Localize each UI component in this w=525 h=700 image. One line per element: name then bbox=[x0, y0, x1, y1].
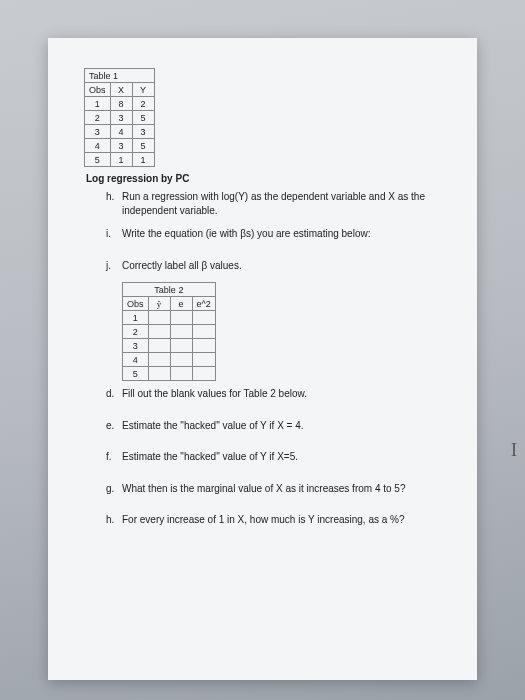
item-text: For every increase of 1 in X, how much i… bbox=[122, 513, 441, 527]
table-2-header-e: e bbox=[170, 297, 192, 311]
section-title: Log regression by PC bbox=[86, 173, 441, 184]
table-row: 182 bbox=[85, 97, 155, 111]
table-row: 4 bbox=[123, 353, 216, 367]
item-g: g. What then is the marginal value of X … bbox=[106, 482, 441, 496]
text-cursor-icon: I bbox=[511, 440, 517, 461]
item-letter: e. bbox=[106, 419, 122, 433]
table-1-header-obs: Obs bbox=[85, 83, 111, 97]
item-text: Estimate the "hacked" value of Y if X = … bbox=[122, 419, 441, 433]
table-1: Table 1 Obs X Y 182 235 343 435 511 bbox=[84, 68, 155, 167]
item-f: f. Estimate the "hacked" value of Y if X… bbox=[106, 450, 441, 464]
table-2-title: Table 2 bbox=[123, 283, 216, 297]
table-2: Table 2 Obs ŷ e e^2 1 2 3 4 5 bbox=[122, 282, 216, 381]
table-1-title: Table 1 bbox=[85, 69, 155, 83]
item-letter: j. bbox=[106, 259, 122, 273]
table-row: 435 bbox=[85, 139, 155, 153]
table-1-header-y: Y bbox=[132, 83, 154, 97]
item-text: Fill out the blank values for Table 2 be… bbox=[122, 387, 441, 401]
table-row: 343 bbox=[85, 125, 155, 139]
table-row: 2 bbox=[123, 325, 216, 339]
item-text: What then is the marginal value of X as … bbox=[122, 482, 441, 496]
table-1-header-x: X bbox=[110, 83, 132, 97]
table-row: 3 bbox=[123, 339, 216, 353]
table-row: 511 bbox=[85, 153, 155, 167]
item-i: i. Write the equation (ie with βs) you a… bbox=[106, 227, 441, 241]
item-letter: i. bbox=[106, 227, 122, 241]
item-letter: h. bbox=[106, 190, 122, 217]
item-h: h. Run a regression with log(Y) as the d… bbox=[106, 190, 441, 217]
table-row: 235 bbox=[85, 111, 155, 125]
table-2-header-e2: e^2 bbox=[192, 297, 215, 311]
item-text: Run a regression with log(Y) as the depe… bbox=[122, 190, 441, 217]
table-row: 5 bbox=[123, 367, 216, 381]
table-row: 1 bbox=[123, 311, 216, 325]
document-page: Table 1 Obs X Y 182 235 343 435 511 Log … bbox=[48, 38, 477, 680]
item-e: e. Estimate the "hacked" value of Y if X… bbox=[106, 419, 441, 433]
item-text: Correctly label all β values. bbox=[122, 259, 441, 273]
item-letter: g. bbox=[106, 482, 122, 496]
item-letter: d. bbox=[106, 387, 122, 401]
item-d: d. Fill out the blank values for Table 2… bbox=[106, 387, 441, 401]
item-text: Estimate the "hacked" value of Y if X=5. bbox=[122, 450, 441, 464]
table-2-header-yhat: ŷ bbox=[148, 297, 170, 311]
item-letter: h. bbox=[106, 513, 122, 527]
table-2-header-obs: Obs bbox=[123, 297, 149, 311]
item-h2: h. For every increase of 1 in X, how muc… bbox=[106, 513, 441, 527]
item-j: j. Correctly label all β values. bbox=[106, 259, 441, 273]
item-text: Write the equation (ie with βs) you are … bbox=[122, 227, 441, 241]
item-letter: f. bbox=[106, 450, 122, 464]
